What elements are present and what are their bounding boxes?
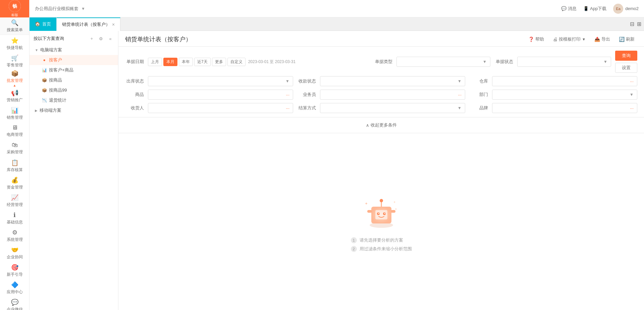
sidebar-item-basic-info[interactable]: ℹ 基础信息 [0, 209, 29, 227]
sidebar-item-finance[interactable]: 💰 资金管理 [0, 174, 29, 192]
chevron-down-icon: ▼ [285, 79, 289, 84]
inventory-icon: 📋 [11, 159, 18, 166]
tree-item-return-stat[interactable]: 📉 退货统计 [30, 95, 118, 105]
sidebar-item-marketing[interactable]: 📢 营销推广 [0, 87, 29, 105]
sidebar-item-biz-mgmt[interactable]: 📈 经营管理 [0, 192, 29, 209]
sidebar-item-sys-mgmt[interactable]: ⚙ 系统管理 [0, 227, 29, 244]
date-range-display: 2023-03-01 至 2023-03-31 [248, 59, 296, 65]
settlement-select[interactable]: ▼ [320, 103, 465, 113]
svg-point-7 [378, 213, 379, 214]
help-btn[interactable]: ❓ 帮助 [526, 35, 547, 44]
doc-type-select[interactable]: ▼ [396, 57, 490, 67]
tree-item-label: 退货统计 [49, 97, 66, 103]
sidebar-item-ecom-mgmt[interactable]: 🖥 电商管理 [0, 122, 29, 140]
refresh-btn[interactable]: 🔄 刷新 [616, 35, 637, 44]
collapse-panel-btn[interactable]: « [107, 35, 114, 42]
tree-mobile-scheme[interactable]: ▶ 移动端方案 [30, 105, 118, 115]
sidebar-item-label: 应用中心 [7, 289, 23, 295]
avatar: Ea [613, 4, 623, 14]
brand-select[interactable]: ··· [492, 103, 637, 113]
app-download-action[interactable]: 📱 App下载 [583, 6, 606, 12]
sidebar-item-wholesale-mgmt[interactable]: 📦 批发管理 ▲ [0, 70, 29, 87]
message-action[interactable]: 💬 消息 [561, 6, 577, 12]
tab-close-icon[interactable]: × [112, 22, 115, 27]
dots-icon: ··· [630, 106, 634, 111]
tree-item-by-customer[interactable]: ● 按客户 [30, 55, 118, 65]
salesperson-select[interactable]: ··· [320, 90, 465, 100]
tree-item-by-goods99[interactable]: 📦 按商品99 [30, 85, 118, 95]
tree-item-label: 按客户+商品 [49, 67, 73, 73]
svg-rect-4 [375, 210, 387, 219]
doc-status-select[interactable]: ▼ [517, 57, 611, 67]
user-menu[interactable]: Ea demo2 [613, 4, 639, 14]
sidebar-item-new-guide[interactable]: 🎯 新手引导 [0, 262, 29, 279]
department-label: 部门 [469, 92, 488, 98]
sidebar-item-quick-nav[interactable]: ⭐ 快捷导航 [0, 35, 29, 52]
tab-maximize-btn[interactable]: ⊞ [637, 21, 641, 27]
query-button[interactable]: 查询 [615, 51, 637, 61]
sidebar-item-sales-mgmt[interactable]: 📊 销售管理 [0, 105, 29, 122]
goods-select[interactable]: ··· [148, 90, 293, 100]
tab-sales-stat[interactable]: 销货单统计表（按客户） × [57, 17, 120, 31]
expand-arrow-icon: ▶ [35, 109, 38, 112]
enterprise-icon: 🤝 [11, 246, 18, 254]
page-header: 销货单统计表（按客户） ❓ 帮助 🖨 按模板打印 ▼ 📤 导出 [118, 31, 644, 47]
department-select[interactable]: ▼ [492, 90, 637, 100]
sidebar-item-search-menu[interactable]: 🔍 搜索菜单 [0, 17, 29, 35]
date-btn-last-month[interactable]: 上月 [148, 58, 162, 66]
filter-area: 单据日期 上月 本月 本年 近7天 更多 自定义 2023-03-01 至 20… [118, 47, 644, 117]
sidebar-item-label: 企业协同 [7, 254, 23, 260]
setting-button[interactable]: 设置 [615, 63, 637, 73]
date-btn-this-year[interactable]: 本年 [179, 58, 193, 66]
out-status-label: 出库状态 [125, 78, 144, 84]
user-name: demo2 [625, 6, 639, 11]
add-scheme-btn[interactable]: ＋ [88, 35, 95, 42]
sidebar-item-purchase-mgmt[interactable]: 🛍 采购管理 [0, 140, 29, 157]
tree-item-label: 按商品 [49, 77, 62, 83]
sidebar-item-retail-mgmt[interactable]: 🛒 零售管理 [0, 52, 29, 70]
filter-row-2: 出库状态 ▼ 收款状态 ▼ 仓库 ··· [125, 76, 637, 86]
out-status-select[interactable]: ▼ [148, 76, 293, 86]
collapse-btn[interactable]: ∧ 收起更多条件 [361, 120, 402, 130]
finance-icon: 💰 [11, 176, 18, 184]
warehouse-select[interactable]: ··· [492, 76, 637, 86]
dots-icon: ··· [286, 106, 289, 111]
date-btn-custom[interactable]: 自定义 [227, 58, 246, 66]
date-btn-more[interactable]: 更多 [212, 58, 226, 66]
tree-item-by-goods[interactable]: 📦 按商品 [30, 75, 118, 85]
topbar-dropdown-icon[interactable]: ▼ [81, 6, 85, 11]
home-icon: 🏠 [35, 21, 40, 27]
left-panel-actions: ＋ ⚙ « [88, 35, 114, 42]
date-btn-this-month[interactable]: 本月 [163, 58, 177, 66]
avatar-initials: Ea [616, 7, 621, 11]
tree-desktop-scheme[interactable]: ▼ 电脑端方案 [30, 45, 118, 55]
svg-text:畅: 畅 [12, 3, 17, 9]
export-btn[interactable]: 📤 导出 [592, 35, 613, 44]
template-print-btn[interactable]: 🖨 按模板打印 ▼ [550, 35, 588, 44]
settings-scheme-btn[interactable]: ⚙ [97, 35, 105, 42]
sidebar-item-enterprise[interactable]: 🤝 企业协同 [0, 244, 29, 262]
app-logo[interactable]: 畅 标版 [0, 0, 29, 17]
message-label: 消息 [568, 6, 577, 12]
sidebar-item-inventory[interactable]: 📋 库存核算 [0, 157, 29, 174]
tip-num-1: 1 [351, 237, 357, 243]
message-icon: 💬 [561, 6, 567, 11]
sidebar-item-app-center[interactable]: 🔷 应用中心 [0, 279, 29, 297]
chevron-down-icon: ▼ [603, 59, 607, 64]
date-label: 单据日期 [125, 59, 144, 65]
doc-type-label: 单据类型 [374, 59, 392, 65]
tab-home[interactable]: 🏠 首页 [30, 17, 57, 31]
recipient-select[interactable]: ··· [148, 103, 293, 113]
tip-num-2: 2 [351, 246, 357, 252]
tab-minimize-btn[interactable]: ⊟ [630, 21, 634, 27]
date-btn-last7[interactable]: 近7天 [194, 58, 211, 66]
sidebar-item-label: 库存核算 [7, 167, 23, 173]
sidebar-item-label: 基础信息 [7, 219, 23, 225]
chevron-down-icon: ▼ [630, 92, 634, 97]
sidebar-item-enterprise-wechat[interactable]: 💬 企业微信 [0, 297, 29, 310]
collection-status-select[interactable]: ▼ [320, 76, 465, 86]
print-dropdown-icon[interactable]: ▼ [582, 37, 586, 41]
retail-icon: 🛒 [11, 54, 18, 62]
tree-item-by-customer-goods[interactable]: 📊 按客户+商品 [30, 65, 118, 75]
sidebar-item-label: 新手引导 [7, 272, 23, 277]
